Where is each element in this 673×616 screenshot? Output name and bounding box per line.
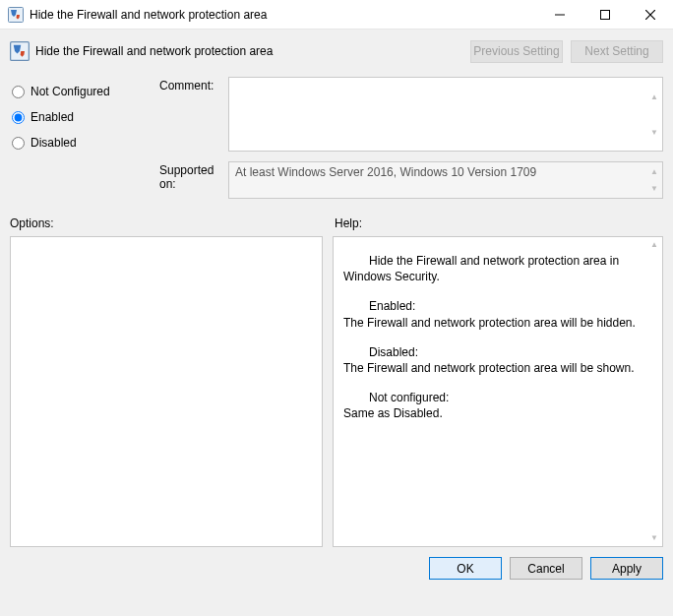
radio-enabled[interactable]: Enabled [10,104,155,130]
cancel-button[interactable]: Cancel [510,557,582,580]
header-title: Hide the Firewall and network protection… [35,44,462,58]
panes: Hide the Firewall and network protection… [10,236,663,547]
maximize-button[interactable] [582,0,628,29]
comment-label: Comment: [159,77,224,92]
close-button[interactable] [628,0,673,29]
radio-disabled-input[interactable] [12,137,25,150]
window-controls [537,0,673,29]
svg-rect-1 [601,10,610,19]
policy-icon [10,41,30,61]
help-label: Help: [335,216,362,230]
ok-button[interactable]: OK [429,557,502,580]
chevron-down-icon: ▼ [647,180,661,197]
help-text-notconfigured: Not configured: Same as Disabled. [343,390,642,421]
chevron-down-icon[interactable]: ▼ [647,114,661,150]
radio-label: Disabled [31,136,77,150]
radio-not-configured-input[interactable] [12,86,25,98]
options-pane [10,236,323,547]
options-label: Options: [10,216,335,230]
button-bar: OK Cancel Apply [10,557,663,580]
supported-on-box: At least Windows Server 2016, Windows 10… [228,161,663,199]
minimize-button[interactable] [537,0,582,29]
help-text-disabled: Disabled: The Firewall and network prote… [343,344,642,376]
previous-setting-button: Previous Setting [470,40,563,63]
radio-label: Enabled [31,110,74,124]
supported-on-value: At least Windows Server 2016, Windows 10… [235,165,536,179]
chevron-up-icon[interactable]: ▲ [647,238,661,252]
window-title: Hide the Firewall and network protection… [30,8,537,22]
help-text-enabled: Enabled: The Firewall and network protec… [343,298,642,330]
state-radio-group: Not Configured Enabled Disabled [10,77,155,155]
chevron-up-icon: ▲ [647,163,661,180]
next-setting-button: Next Setting [571,40,663,63]
radio-label: Not Configured [31,85,110,98]
header-row: Hide the Firewall and network protection… [10,30,663,73]
comment-spin[interactable]: ▲ ▼ [647,79,661,150]
radio-not-configured[interactable]: Not Configured [10,79,155,104]
titlebar: Hide the Firewall and network protection… [0,0,673,30]
supported-on-label: Supported on: [159,161,224,191]
chevron-down-icon[interactable]: ▼ [647,531,661,545]
help-pane: Hide the Firewall and network protection… [333,236,663,547]
policy-icon [8,7,24,23]
radio-enabled-input[interactable] [12,111,25,124]
chevron-up-icon[interactable]: ▲ [647,79,661,114]
help-text-intro: Hide the Firewall and network protection… [343,253,642,284]
radio-disabled[interactable]: Disabled [10,130,155,155]
comment-input[interactable]: ▲ ▼ [228,77,663,152]
help-scrollbar[interactable]: ▲ ▼ [647,238,661,545]
supported-spin: ▲ ▼ [647,163,661,197]
lower-labels: Options: Help: [10,216,663,230]
apply-button[interactable]: Apply [590,557,663,580]
config-area: Not Configured Enabled Disabled Comment:… [10,77,663,199]
